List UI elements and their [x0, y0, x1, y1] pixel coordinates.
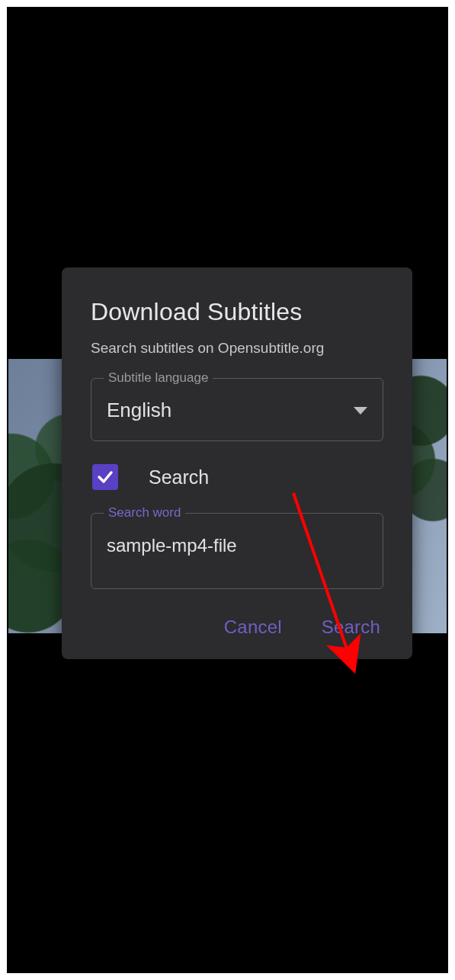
search-checkbox-row[interactable]: Search — [91, 464, 383, 490]
search-checkbox-label: Search — [149, 466, 209, 488]
search-word-input[interactable]: Search word sample-mp4-file — [91, 513, 383, 589]
dialog-button-row: Cancel Search — [91, 617, 383, 638]
subtitle-language-dropdown[interactable]: Subtitle language English — [91, 378, 383, 441]
dialog-subtitle: Search subtitles on Opensubtitle.org — [91, 340, 383, 357]
search-checkbox[interactable] — [92, 464, 118, 490]
chevron-down-icon — [354, 407, 367, 415]
search-word-legend: Search word — [104, 505, 185, 520]
subtitle-language-legend: Subtitle language — [104, 370, 213, 386]
app-frame: Download Subtitles Search subtitles on O… — [7, 7, 448, 973]
dialog-title: Download Subtitles — [91, 298, 383, 326]
subtitle-language-value: English — [107, 399, 171, 422]
cancel-button[interactable]: Cancel — [224, 617, 282, 638]
search-word-value: sample-mp4-file — [107, 533, 367, 570]
checkmark-icon — [96, 468, 114, 486]
download-subtitles-dialog: Download Subtitles Search subtitles on O… — [62, 267, 412, 659]
search-button[interactable]: Search — [322, 617, 380, 638]
